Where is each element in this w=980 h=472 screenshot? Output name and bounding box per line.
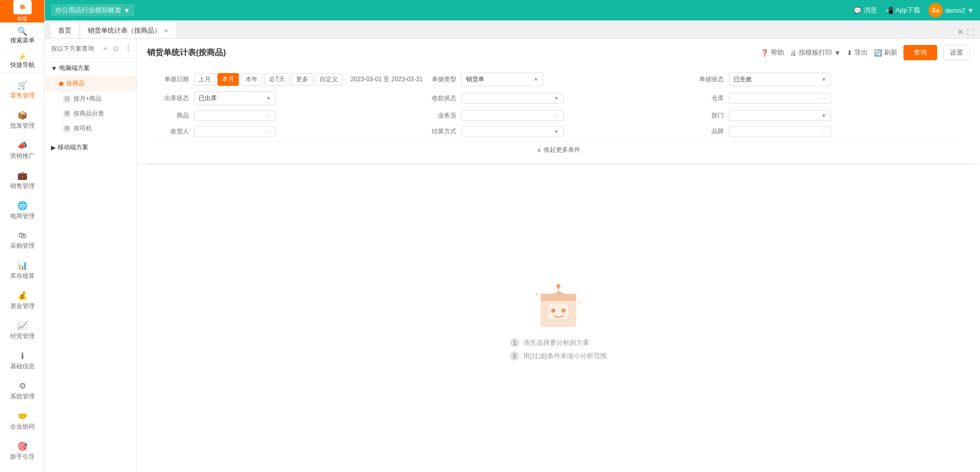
product-select[interactable]: ··· — [194, 110, 276, 121]
maximize-window-icon[interactable]: ⛶ — [967, 28, 974, 36]
window-controls: ✕ ⛶ — [957, 28, 974, 38]
payment-select[interactable]: ▼ — [461, 126, 564, 137]
tab-report[interactable]: 销货单统计表（按商品） ✕ — [81, 23, 176, 38]
dropdown-arrow-icon: ▼ — [124, 7, 130, 14]
receipt-status-arrow-icon: ▼ — [554, 96, 559, 101]
warehouse-label: 仓库 — [692, 94, 729, 103]
user-menu[interactable]: Ea demo2 ▼ — [928, 3, 974, 17]
scheme-by-driver[interactable]: 回 按司机 — [45, 121, 136, 136]
hint-num-2: 2 — [510, 351, 519, 361]
help-button[interactable]: ❓ 帮助 — [761, 48, 784, 57]
brand-select[interactable]: ··· — [729, 126, 831, 137]
export-button[interactable]: ⬇ 导出 — [847, 48, 868, 57]
doc-status-select[interactable]: 已生效 ▼ — [729, 73, 831, 86]
refresh-button[interactable]: 🔄 刷新 — [874, 48, 897, 57]
sidebar-item-operations[interactable]: 📈 经营管理 — [0, 316, 44, 346]
sidebar-item-marketing[interactable]: 📣 营销推广 — [0, 135, 44, 166]
mobile-scheme-group-title[interactable]: ▶ 移动端方案 — [45, 140, 136, 155]
sidebar: 畅 标版 🔍 搜索菜单 ⚡ 快捷导航 🛒 零售管理 📦 批发管理 📣 营销推广 … — [0, 0, 45, 472]
account-dropdown[interactable]: 办公用品行业模拟账套 ▼ — [51, 4, 134, 16]
recipient-control: ··· — [194, 126, 425, 137]
out-status-select[interactable]: 已出库 ▼ — [194, 91, 276, 105]
collapse-filters-button[interactable]: ∧ 收起更多条件 — [157, 142, 960, 157]
message-button[interactable]: 💬 消息 — [853, 6, 877, 15]
sidebar-item-inventory[interactable]: 📊 库存核算 — [0, 255, 44, 286]
scheme-by-category[interactable]: 回 按商品分类 — [45, 106, 136, 121]
svg-text:✦: ✦ — [538, 306, 541, 310]
scheme-by-product[interactable]: 按商品 — [45, 76, 136, 91]
active-dot-icon — [59, 82, 63, 86]
app-download-button[interactable]: 📲 App下载 — [885, 6, 920, 15]
query-button[interactable]: 查询 — [903, 45, 937, 60]
sidebar-item-wholesale[interactable]: 📦 批发管理 — [0, 105, 44, 135]
close-window-icon[interactable]: ✕ — [957, 28, 964, 36]
svg-point-5 — [551, 309, 555, 313]
salesman-select[interactable]: ··· — [461, 110, 564, 121]
last7-btn[interactable]: 近7天 — [264, 73, 289, 86]
svg-rect-3 — [541, 294, 576, 301]
svg-point-8 — [556, 284, 560, 288]
custom-btn[interactable]: 自定义 — [315, 73, 342, 86]
department-select[interactable]: ▼ — [729, 110, 831, 121]
doc-type-value: 销货单 — [466, 75, 484, 84]
receipt-status-select[interactable]: ▼ — [461, 93, 564, 104]
recipient-select[interactable]: ··· — [194, 126, 276, 137]
more-btn[interactable]: 更多 — [291, 73, 313, 86]
main-area: 办公用品行业模拟账套 ▼ 💬 消息 📲 App下载 Ea demo2 ▼ — [45, 0, 980, 472]
filter-row-4: 收货人 ··· 结算方式 ▼ — [157, 126, 960, 137]
left-scheme-panel: 按以下方案查询 ＋ ⊙ 《 ▼ 电脑端方案 按商品 日 按月+商 — [45, 39, 137, 472]
sales-icon: 💼 — [17, 171, 28, 180]
enterprise-icon: 🤝 — [17, 411, 28, 421]
brand-control: ··· — [729, 126, 960, 137]
last-month-btn[interactable]: 上月 — [194, 73, 215, 86]
warehouse-arrow-icon: ··· — [822, 96, 826, 101]
sidebar-logo: 畅 标版 — [0, 0, 45, 22]
empty-state-icon: ✦ ✦ ✦ — [530, 276, 586, 332]
sidebar-item-finance[interactable]: 💰 资金管理 — [0, 286, 44, 316]
sidebar-item-ecommerce[interactable]: 🌐 电商管理 — [0, 196, 44, 226]
retail-icon: 🛒 — [17, 80, 28, 90]
doc-status-arrow-icon: ▼ — [821, 77, 826, 82]
payment-arrow-icon: ▼ — [554, 129, 559, 134]
svg-point-6 — [561, 309, 566, 313]
doc-type-arrow-icon: ▼ — [533, 77, 538, 82]
sidebar-item-apps[interactable]: 📱 应用中心 — [0, 466, 44, 472]
sidebar-item-system[interactable]: ⚙ 系统管理 — [0, 376, 44, 406]
doc-status-label: 单据状态 — [692, 75, 729, 84]
current-month-btn[interactable]: 本月 — [217, 73, 239, 86]
product-dots-icon: ··· — [267, 113, 271, 119]
settings-scheme-icon[interactable]: ⊙ — [113, 44, 119, 53]
sidebar-item-sales[interactable]: 💼 销售管理 — [0, 166, 44, 196]
sidebar-item-retail[interactable]: 🛒 零售管理 — [0, 75, 44, 105]
tab-close-icon[interactable]: ✕ — [164, 28, 168, 34]
sidebar-item-purchase[interactable]: 🛍 采购管理 — [0, 226, 44, 255]
scheme-category-icon: 回 — [63, 110, 70, 117]
page-title-row: 销货单统计表(按商品) ❓ 帮助 🖨 按模板打印 ▼ ⬇ — [147, 45, 970, 60]
tab-home[interactable]: 首页 — [51, 23, 79, 38]
template-print-button[interactable]: 🖨 按模板打印 ▼ — [790, 48, 841, 57]
ecommerce-icon: 🌐 — [17, 201, 28, 210]
scheme-by-month-product[interactable]: 日 按月+商品 — [45, 91, 136, 106]
department-arrow-icon: ▼ — [821, 113, 826, 119]
sidebar-item-basic[interactable]: ℹ 基础信息 — [0, 346, 44, 376]
sidebar-item-enterprise[interactable]: 🤝 企业协同 — [0, 406, 44, 436]
user-dropdown-icon: ▼ — [967, 7, 974, 14]
add-scheme-icon[interactable]: ＋ — [102, 44, 109, 53]
sidebar-search[interactable]: 🔍 搜索菜单 — [0, 22, 44, 50]
header-right: 💬 消息 📲 App下载 Ea demo2 ▼ — [853, 3, 974, 17]
receipt-status-label: 收款状态 — [425, 94, 461, 103]
doc-type-select[interactable]: 销货单 ▼ — [461, 73, 543, 86]
collapse-scheme-icon[interactable]: 《 — [123, 44, 130, 53]
sidebar-quick-nav[interactable]: ⚡ 快捷导航 — [0, 50, 44, 73]
page-title: 销货单统计表(按商品) — [147, 48, 226, 58]
pc-scheme-group-title[interactable]: ▼ 电脑端方案 — [45, 61, 136, 76]
out-status-value: 已出库 — [199, 94, 217, 103]
current-year-btn[interactable]: 本年 — [241, 73, 262, 86]
warehouse-select[interactable]: ··· — [729, 93, 831, 104]
settings-button[interactable]: 设置 — [943, 45, 970, 60]
salesman-label: 业务员 — [425, 111, 461, 120]
sidebar-item-newbie[interactable]: 🎯 新手引导 — [0, 436, 44, 466]
out-status-control: 已出库 ▼ — [194, 91, 425, 105]
message-icon: 💬 — [853, 7, 862, 14]
date-buttons: 上月 本月 本年 近7天 更多 自定义 — [194, 73, 342, 86]
